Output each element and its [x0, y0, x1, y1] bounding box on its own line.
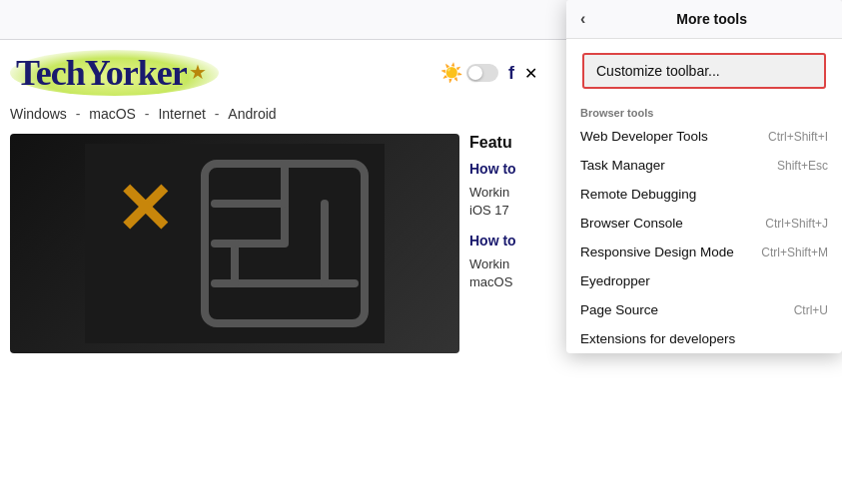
task-manager-shortcut: Shift+Esc — [777, 159, 828, 173]
dark-mode-toggle[interactable] — [466, 64, 498, 82]
dropdown-title: More tools — [595, 11, 828, 27]
menu-item-task-manager[interactable]: Task Manager Shift+Esc — [566, 151, 842, 180]
menu-item-label: Page Source — [580, 302, 658, 317]
svg-text:✕: ✕ — [115, 171, 174, 249]
menu-item-label: Extensions for developers — [580, 331, 735, 346]
menu-item-responsive-design[interactable]: Responsive Design Mode Ctrl+Shift+M — [566, 238, 842, 266]
responsive-design-shortcut: Ctrl+Shift+M — [761, 246, 828, 259]
menu-item-web-developer-tools[interactable]: Web Developer Tools Ctrl+Shift+I — [566, 122, 842, 151]
menu-item-label: Task Manager — [580, 158, 665, 173]
logo-text: TechYorker — [16, 53, 187, 93]
twitter-x-icon: ✕ — [524, 64, 537, 83]
nav-item-macos[interactable]: macOS — [89, 106, 136, 122]
menu-item-remote-debugging[interactable]: Remote Debugging — [566, 180, 842, 209]
image-placeholder: ✕ — [10, 134, 459, 353]
menu-item-browser-console[interactable]: Browser Console Ctrl+Shift+J — [566, 209, 842, 238]
customize-toolbar-button[interactable]: Customize toolbar... — [582, 53, 826, 89]
page-source-shortcut: Ctrl+U — [794, 303, 828, 317]
more-tools-dropdown: ‹ More tools Customize toolbar... Browse… — [566, 0, 842, 353]
facebook-icon: f — [508, 63, 514, 84]
nav-item-android[interactable]: Android — [228, 106, 276, 122]
back-button[interactable]: ‹ — [580, 10, 585, 28]
logo-star: ★ — [189, 61, 207, 83]
dropdown-header: ‹ More tools — [566, 0, 842, 39]
browser-tools-section-label: Browser tools — [566, 101, 842, 122]
menu-item-label: Eyedropper — [580, 273, 650, 288]
menu-item-page-source[interactable]: Page Source Ctrl+U — [566, 295, 842, 324]
menu-item-label: Browser Console — [580, 216, 683, 231]
menu-item-label: Responsive Design Mode — [580, 245, 734, 259]
menu-item-extensions-for-developers[interactable]: Extensions for developers — [566, 324, 842, 353]
featured-image: ✕ — [10, 134, 459, 353]
site-logo: TechYorker★ — [10, 50, 219, 96]
menu-item-label: Remote Debugging — [580, 187, 696, 202]
menu-item-eyedropper[interactable]: Eyedropper — [566, 266, 842, 295]
browser-console-shortcut: Ctrl+Shift+J — [765, 217, 828, 231]
web-dev-tools-shortcut: Ctrl+Shift+I — [768, 130, 828, 144]
menu-item-label: Web Developer Tools — [580, 129, 708, 144]
nav-item-windows[interactable]: Windows — [10, 106, 67, 122]
nav-item-internet[interactable]: Internet — [158, 106, 205, 122]
